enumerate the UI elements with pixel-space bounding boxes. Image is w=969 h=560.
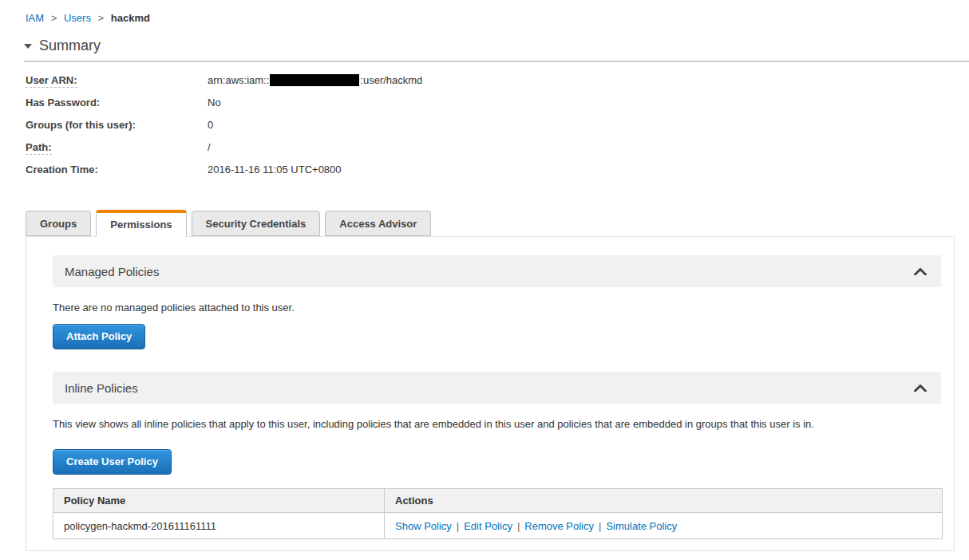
summary-fields: User ARN: arn:aws:iam:::user/hackmd Has …: [26, 74, 969, 176]
breadcrumb-iam-link[interactable]: IAM: [26, 12, 44, 24]
path-label: Path:: [26, 141, 52, 155]
summary-divider: [24, 61, 969, 62]
redacted-account-id: [270, 74, 359, 86]
table-row: policygen-hackmd-201611161111 Show Polic…: [53, 513, 943, 539]
summary-row-has-password: Has Password: No: [26, 97, 969, 109]
summary-title: Summary: [39, 37, 101, 54]
tab-security-credentials[interactable]: Security Credentials: [192, 211, 321, 236]
iam-user-detail-page: IAM > Users > hackmd Summary User ARN: a…: [0, 0, 969, 551]
inline-policies-description: This view shows all inline policies that…: [53, 418, 941, 430]
actions-separator: |: [517, 520, 520, 532]
actions-column-header: Actions: [385, 489, 943, 513]
managed-policies-title: Managed Policies: [65, 265, 159, 278]
summary-row-groups: Groups (for this user): 0: [26, 119, 969, 132]
policy-name-cell: policygen-hackmd-201611161111: [53, 513, 385, 539]
managed-policies-empty-text: There are no managed policies attached t…: [53, 302, 941, 314]
chevron-up-icon: [914, 385, 927, 392]
simulate-policy-link[interactable]: Simulate Policy: [606, 520, 677, 532]
inline-policies-title: Inline Policies: [65, 381, 138, 395]
remove-policy-link[interactable]: Remove Policy: [524, 520, 594, 532]
summary-row-creation-time: Creation Time: 2016-11-16 11:05 UTC+0800: [26, 164, 969, 176]
collapse-inline-policies-button[interactable]: [914, 385, 927, 392]
attach-policy-button[interactable]: Attach Policy: [53, 324, 145, 349]
actions-cell: Show Policy|Edit Policy|Remove Policy|Si…: [385, 513, 943, 539]
breadcrumb-users-link[interactable]: Users: [64, 12, 91, 24]
edit-policy-link[interactable]: Edit Policy: [464, 520, 512, 532]
inline-policies-header: Inline Policies: [53, 372, 941, 404]
breadcrumb-separator: >: [51, 12, 57, 24]
creation-time-value: 2016-11-16 11:05 UTC+0800: [208, 164, 342, 176]
user-arn-value: arn:aws:iam:::user/hackmd: [208, 74, 422, 87]
create-user-policy-button[interactable]: Create User Policy: [53, 449, 172, 475]
actions-separator: |: [599, 520, 601, 532]
permissions-tab-panel: Managed Policies There are no managed po…: [26, 236, 955, 551]
has-password-value: No: [208, 97, 221, 109]
tab-access-advisor[interactable]: Access Advisor: [325, 211, 431, 236]
collapse-arrow-icon[interactable]: [24, 44, 32, 49]
breadcrumb-separator: >: [98, 12, 105, 24]
breadcrumb-current-user: hackmd: [111, 12, 150, 24]
managed-policies-header: Managed Policies: [53, 255, 941, 287]
has-password-label: Has Password:: [26, 97, 208, 109]
policy-name-column-header: Policy Name: [53, 489, 385, 513]
chevron-up-icon: [914, 268, 927, 275]
show-policy-link[interactable]: Show Policy: [395, 520, 452, 532]
actions-separator: |: [457, 520, 459, 532]
groups-count-value: 0: [208, 119, 213, 132]
collapse-managed-policies-button[interactable]: [914, 268, 927, 275]
creation-time-label: Creation Time:: [26, 164, 208, 176]
summary-row-user-arn: User ARN: arn:aws:iam:::user/hackmd: [26, 74, 969, 87]
tab-bar: Groups Permissions Security Credentials …: [26, 210, 969, 236]
summary-section-header: Summary: [24, 37, 969, 54]
groups-count-label: Groups (for this user):: [26, 119, 208, 132]
path-value: /: [208, 141, 211, 154]
breadcrumb: IAM > Users > hackmd: [0, 0, 969, 24]
tab-groups[interactable]: Groups: [26, 211, 91, 236]
table-header-row: Policy Name Actions: [53, 489, 943, 513]
summary-row-path: Path: /: [26, 141, 969, 154]
tab-permissions[interactable]: Permissions: [96, 210, 186, 237]
inline-policies-table: Policy Name Actions policygen-hackmd-201…: [53, 488, 943, 539]
user-arn-label: User ARN:: [26, 74, 77, 88]
